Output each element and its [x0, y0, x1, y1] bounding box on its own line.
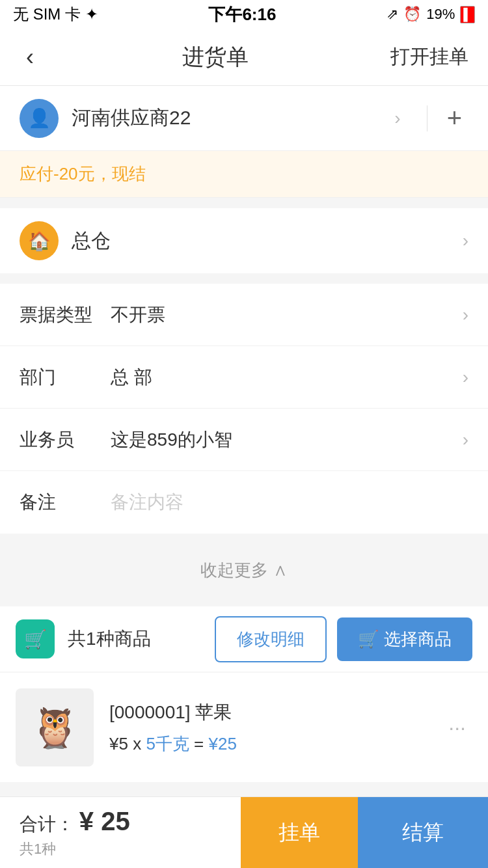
back-button[interactable]: ‹	[20, 37, 40, 77]
pending-button[interactable]: 挂单	[241, 797, 358, 869]
select-product-button[interactable]: 🛒 选择商品	[337, 617, 472, 661]
collapse-text: 收起更多 ∧	[200, 559, 287, 582]
status-right: ⇗ ⏰ 19% ▌	[386, 6, 475, 23]
price-quantity: 5千克	[146, 734, 189, 753]
cart-icon: 🛒	[24, 629, 47, 650]
product-thumb-icon: 🦉	[31, 705, 79, 751]
select-product-icon: 🛒	[358, 629, 379, 649]
open-pending-button[interactable]: 打开挂单	[390, 44, 468, 70]
product-item: 🦉 [0000001] 苹果 ¥5 x 5千克 = ¥25 ···	[0, 673, 488, 782]
total-section: 合计： ¥ 25 共1种	[0, 807, 241, 859]
status-time: 下午6:16	[208, 3, 276, 26]
product-header: 🛒 共1种商品 修改明细 🛒 选择商品	[0, 606, 488, 671]
supplier-chevron-icon: ›	[394, 108, 400, 129]
form-section: 票据类型 不开票 › 部门 总 部 › 业务员 这是859的小智 › 备注 备注…	[0, 284, 488, 534]
product-more-button[interactable]: ···	[442, 709, 472, 746]
price-equals: =	[189, 734, 209, 753]
status-bar: 无 SIM 卡 ✦ 下午6:16 ⇗ ⏰ 19% ▌	[0, 0, 488, 29]
product-price: ¥5 x 5千克 = ¥25	[109, 733, 442, 755]
bottom-bar: 合计： ¥ 25 共1种 挂单 结算	[0, 796, 488, 868]
invoice-chevron-icon: ›	[463, 305, 468, 325]
collapse-row[interactable]: 收起更多 ∧	[0, 544, 488, 596]
house-icon: 🏠	[28, 230, 51, 252]
edit-detail-button[interactable]: 修改明细	[215, 616, 327, 662]
department-value: 总 部	[98, 365, 463, 390]
select-product-label: 选择商品	[384, 628, 452, 651]
supplier-divider	[427, 105, 427, 131]
total-row: 合计： ¥ 25	[20, 807, 221, 837]
form-row-invoice[interactable]: 票据类型 不开票 ›	[0, 284, 488, 346]
warehouse-section: 🏠 总仓 ›	[0, 208, 488, 273]
status-left: 无 SIM 卡 ✦	[13, 4, 98, 25]
supplier-row[interactable]: 👤 河南供应商22 › +	[0, 86, 488, 151]
product-thumbnail: 🦉	[16, 688, 94, 766]
warehouse-icon: 🏠	[20, 221, 59, 260]
settle-button[interactable]: 结算	[358, 797, 488, 869]
notice-bar: 应付-20元，现结	[0, 151, 488, 198]
invoice-value: 不开票	[98, 303, 463, 327]
total-amount: ¥ 25	[79, 807, 130, 835]
avatar-icon: 👤	[28, 107, 51, 129]
department-label: 部门	[20, 365, 98, 390]
total-label: 合计：	[20, 814, 74, 834]
nav-bar: ‹ 进货单 打开挂单	[0, 29, 488, 86]
warehouse-row[interactable]: 🏠 总仓 ›	[0, 208, 488, 273]
supplier-name: 河南供应商22	[72, 105, 394, 131]
department-chevron-icon: ›	[463, 367, 468, 388]
salesperson-label: 业务员	[20, 427, 98, 452]
product-name: [0000001] 苹果	[109, 700, 442, 725]
page-title: 进货单	[182, 42, 249, 72]
supplier-avatar: 👤	[20, 99, 59, 138]
supplier-section: 👤 河南供应商22 › + 应付-20元，现结	[0, 86, 488, 198]
add-supplier-button[interactable]: +	[441, 103, 468, 133]
warehouse-name: 总仓	[72, 228, 463, 254]
product-count: 共1种商品	[68, 627, 215, 651]
total-count: 共1种	[20, 839, 221, 859]
form-row-department[interactable]: 部门 总 部 ›	[0, 346, 488, 409]
salesperson-value: 这是859的小智	[98, 427, 463, 452]
location-icon: ⇗	[386, 6, 398, 23]
invoice-label: 票据类型	[20, 303, 98, 327]
alarm-icon: ⏰	[403, 6, 421, 23]
salesperson-chevron-icon: ›	[463, 429, 468, 450]
product-header-icon: 🛒	[16, 619, 55, 658]
battery-icon: ▌	[460, 6, 475, 23]
price-total: ¥25	[208, 734, 236, 753]
note-label: 备注	[20, 490, 98, 515]
warehouse-chevron-icon: ›	[463, 230, 468, 251]
product-info: [0000001] 苹果 ¥5 x 5千克 = ¥25	[109, 700, 442, 755]
battery-text: 19%	[426, 6, 455, 23]
price-base: ¥5 x	[109, 734, 146, 753]
form-row-note[interactable]: 备注 备注内容	[0, 471, 488, 534]
form-row-salesperson[interactable]: 业务员 这是859的小智 ›	[0, 409, 488, 471]
note-input[interactable]: 备注内容	[98, 490, 468, 515]
sim-text: 无 SIM 卡 ✦	[13, 4, 98, 25]
